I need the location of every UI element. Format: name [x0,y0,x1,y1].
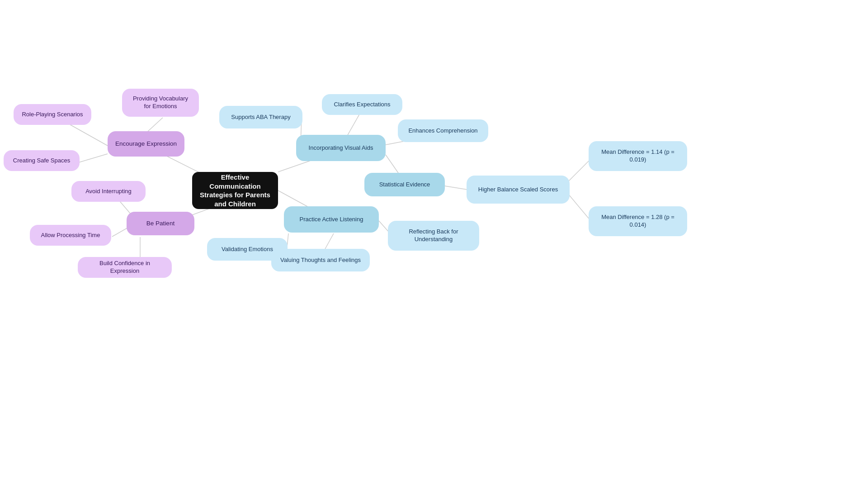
higher-balance-label: Higher Balance Scaled Scores [478,186,558,194]
be-patient-node: Be Patient [127,212,194,235]
incorporating-visual-aids-node: Incorporating Visual Aids [296,135,386,161]
avoid-interrupting-node: Avoid Interrupting [71,181,146,202]
reflecting-back-node: Reflecting Back for Understanding [388,221,479,251]
mean-diff-2-label: Mean Difference = 1.28 (p = 0.014) [596,214,680,229]
build-confidence-node: Build Confidence in Expression [78,257,172,278]
enhances-comprehension-label: Enhances Comprehension [408,127,477,135]
center-node: Effective Communication Strategies for P… [192,172,278,209]
providing-vocabulary-label: Providing Vocabulary for Emotions [129,95,192,110]
supports-aba-label: Supports ABA Therapy [231,114,290,121]
allow-processing-label: Allow Processing Time [41,232,100,239]
enhances-comprehension-node: Enhances Comprehension [398,119,488,142]
providing-vocabulary-node: Providing Vocabulary for Emotions [122,89,199,117]
validating-emotions-label: Validating Emotions [222,246,273,253]
svg-line-3 [79,154,108,162]
supports-aba-node: Supports ABA Therapy [219,106,302,128]
mean-diff-2-node: Mean Difference = 1.28 (p = 0.014) [589,206,687,236]
allow-processing-node: Allow Processing Time [30,225,111,246]
svg-line-19 [324,233,334,251]
higher-balance-node: Higher Balance Scaled Scores [467,176,570,204]
svg-line-1 [146,118,163,133]
encourage-expression-label: Encourage Expression [115,140,177,148]
creating-safe-spaces-label: Creating Safe Spaces [13,157,70,165]
practice-active-listening-label: Practice Active Listening [300,216,363,224]
be-patient-label: Be Patient [146,219,175,228]
role-playing-label: Role-Playing Scenarios [22,111,83,119]
build-confidence-label: Build Confidence in Expression [85,260,165,275]
mean-diff-1-node: Mean Difference = 1.14 (p = 0.019) [589,141,687,171]
clarifies-expectations-node: Clarifies Expectations [322,94,402,115]
clarifies-expectations-label: Clarifies Expectations [334,101,391,109]
role-playing-node: Role-Playing Scenarios [14,104,91,125]
valuing-thoughts-label: Valuing Thoughts and Feelings [280,257,361,264]
practice-active-listening-node: Practice Active Listening [284,206,379,233]
encourage-expression-node: Encourage Expression [108,131,184,157]
incorporating-visual-aids-label: Incorporating Visual Aids [309,144,373,152]
statistical-evidence-label: Statistical Evidence [379,181,430,189]
valuing-thoughts-node: Valuing Thoughts and Feelings [271,249,370,271]
statistical-evidence-node: Statistical Evidence [364,173,445,196]
center-label: Effective Communication Strategies for P… [199,173,271,208]
mean-diff-1-label: Mean Difference = 1.14 (p = 0.019) [596,148,680,164]
creating-safe-spaces-node: Creating Safe Spaces [4,150,80,171]
avoid-interrupting-label: Avoid Interrupting [85,188,132,195]
reflecting-back-label: Reflecting Back for Understanding [395,228,472,243]
